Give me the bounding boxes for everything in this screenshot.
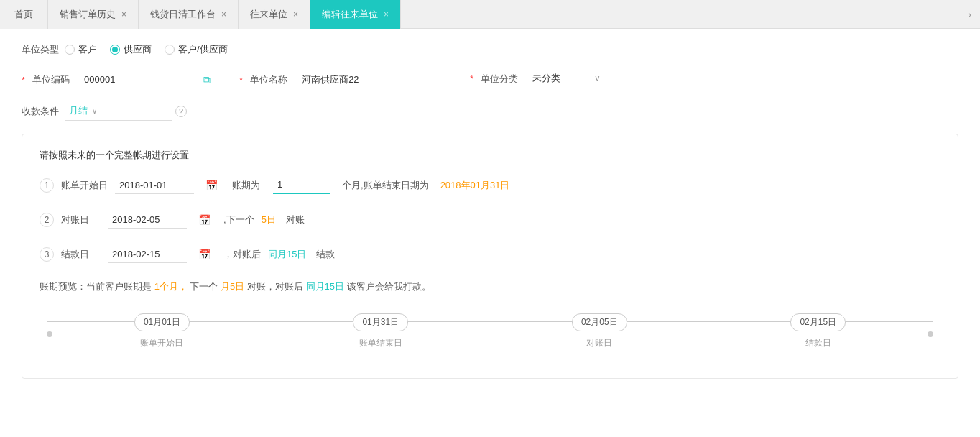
unit-name-input[interactable]: 河南供应商22 <box>297 71 441 88</box>
period-value-input[interactable] <box>273 176 330 194</box>
timeline-node-3: 02月05日 对账日 <box>572 313 627 349</box>
node-pill-3: 02月05日 <box>572 313 627 331</box>
tab-sales-history[interactable]: 销售订单历史 × <box>48 0 139 29</box>
unit-type-label: 单位类型 <box>22 43 59 56</box>
payment-date-cal-icon[interactable]: 📅 <box>198 249 211 260</box>
row-reconcile-date: 2 对账日 📅 ,下一个 5日 对账 <box>40 211 940 229</box>
timeline-node-1: 01月01日 账单开始日 <box>134 313 190 349</box>
tab-cashier-label: 钱货日清工作台 <box>150 8 216 21</box>
payment-prefix: ，对账后 <box>223 248 261 261</box>
reconcile-suffix: 对账 <box>286 213 305 226</box>
tab-overflow-arrow[interactable]: › <box>959 9 980 20</box>
reconcile-prefix: ,下一个 <box>223 213 254 226</box>
payment-highlight: 同月15日 <box>268 248 306 261</box>
tab-sales-history-close[interactable]: × <box>121 10 126 19</box>
radio-supplier-circle <box>110 45 120 55</box>
row-num-2: 2 <box>40 213 54 227</box>
tab-home[interactable]: 首页 <box>0 0 48 29</box>
payment-label: 收款条件 <box>22 105 59 118</box>
payment-value: 月结 <box>69 104 88 117</box>
row-payment-date: 3 结款日 📅 ，对账后 同月15日 结款 <box>40 246 940 263</box>
tab-edit-contact-close[interactable]: × <box>384 10 389 19</box>
row-start-date: 1 账单开始日 📅 账期为 个月,账单结束日期为 2018年01月31日 <box>40 176 940 194</box>
tab-contacts-label: 往来单位 <box>250 8 287 21</box>
timeline-node-2: 01月31日 账单结束日 <box>353 313 408 349</box>
row-num-3: 3 <box>40 247 54 262</box>
node-label-1: 账单开始日 <box>140 337 183 349</box>
node-label-3: 对账日 <box>586 337 612 349</box>
field-label-3: 结款日 <box>61 248 101 261</box>
tab-bar: 首页 销售订单历史 × 钱货日清工作台 × 往来单位 × 编辑往来单位 × › <box>0 0 980 29</box>
payment-date-input[interactable] <box>108 246 187 263</box>
node-label-2: 账单结束日 <box>359 337 402 349</box>
payment-select[interactable]: 月结 ∨ <box>65 101 172 121</box>
radio-customer-label: 客户 <box>78 43 97 56</box>
unit-type-row: 单位类型 客户 供应商 客户/供应商 <box>22 43 958 56</box>
preview-highlight3: 同月15日 <box>306 281 344 292</box>
tab-cashier-close[interactable]: × <box>221 10 226 19</box>
section-title: 请按照未来的一个完整帐期进行设置 <box>40 149 940 162</box>
period-suffix: 个月,账单结束日期为 <box>342 179 429 192</box>
start-date-cal-icon[interactable]: 📅 <box>205 180 218 191</box>
preview-middle2: 对账，对账后 <box>247 281 303 292</box>
timeline-start-dot <box>47 331 52 337</box>
reconcile-date-input[interactable] <box>108 211 187 229</box>
timeline-container: 01月01日 账单开始日 01月31日 账单结束日 02月05日 对账日 02月… <box>40 306 940 364</box>
main-content: 单位类型 客户 供应商 客户/供应商 * 单位编码 000001 ⧉ * <box>0 29 980 437</box>
preview-highlight1: 1个月， <box>154 281 188 292</box>
payment-suffix: 结款 <box>316 248 335 261</box>
preview-suffix: 该客户会给我打款。 <box>347 281 431 292</box>
unit-category-field: * 单位分类 未分类 ∨ <box>470 69 657 88</box>
radio-both-circle <box>165 45 175 55</box>
preview-highlight2: 月5日 <box>221 281 244 292</box>
node-label-4: 结款日 <box>805 337 831 349</box>
unit-name-field: * 单位名称 河南供应商22 <box>239 71 441 88</box>
payment-chevron: ∨ <box>92 107 97 115</box>
unit-category-chevron: ∨ <box>594 73 601 83</box>
unit-code-input[interactable]: 000001 <box>80 71 195 88</box>
unit-info-row: * 单位编码 000001 ⧉ * 单位名称 河南供应商22 * 单位分类 未分… <box>22 69 958 88</box>
tab-sales-history-label: 销售订单历史 <box>60 8 116 21</box>
preview-middle1: 下一个 <box>190 281 218 292</box>
period-section: 请按照未来的一个完整帐期进行设置 1 账单开始日 📅 账期为 个月,账单结束日期… <box>22 134 958 379</box>
timeline-end-dot <box>928 331 933 337</box>
radio-customer[interactable]: 客户 <box>65 43 97 56</box>
unit-code-field: * 单位编码 000001 ⧉ <box>22 71 211 88</box>
start-date-input[interactable] <box>115 177 194 194</box>
node-pill-2: 01月31日 <box>353 313 408 331</box>
period-mid-text: 账期为 <box>232 179 260 192</box>
tab-contacts-close[interactable]: × <box>293 10 298 19</box>
reconcile-highlight: 5日 <box>262 213 276 226</box>
node-pill-4: 02月15日 <box>790 313 846 331</box>
row-num-1: 1 <box>40 178 54 193</box>
radio-customer-circle <box>65 45 75 55</box>
timeline-nodes: 01月01日 账单开始日 01月31日 账单结束日 02月05日 对账日 02月… <box>52 313 928 349</box>
unit-type-radio-group: 客户 供应商 客户/供应商 <box>65 43 228 56</box>
preview-prefix: 账期预览：当前客户账期是 <box>40 281 152 292</box>
unit-code-label: 单位编码 <box>32 73 70 86</box>
payment-row: 收款条件 月结 ∨ ? <box>22 101 958 121</box>
preview-text: 账期预览：当前客户账期是 1个月， 下一个 月5日 对账，对账后 同月15日 该… <box>40 280 940 293</box>
radio-both-label: 客户/供应商 <box>178 43 228 56</box>
tab-cashier[interactable]: 钱货日清工作台 × <box>139 0 239 29</box>
unit-category-label: 单位分类 <box>481 73 518 86</box>
period-end-date: 2018年01月31日 <box>440 179 510 192</box>
field-label-2: 对账日 <box>61 213 101 226</box>
tab-home-label: 首页 <box>14 8 33 21</box>
tab-edit-contact[interactable]: 编辑往来单位 × <box>310 0 401 29</box>
radio-supplier-label: 供应商 <box>124 43 152 56</box>
tab-edit-contact-label: 编辑往来单位 <box>322 8 378 21</box>
timeline: 01月01日 账单开始日 01月31日 账单结束日 02月05日 对账日 02月… <box>47 313 933 349</box>
node-pill-1: 01月01日 <box>134 313 190 331</box>
radio-supplier[interactable]: 供应商 <box>110 43 152 56</box>
timeline-node-4: 02月15日 结款日 <box>790 313 846 349</box>
unit-name-label: 单位名称 <box>250 73 287 86</box>
reconcile-date-cal-icon[interactable]: 📅 <box>198 214 211 226</box>
radio-both[interactable]: 客户/供应商 <box>165 43 228 56</box>
tab-contacts[interactable]: 往来单位 × <box>239 0 310 29</box>
unit-category-dropdown[interactable]: 未分类 ∨ <box>528 69 657 88</box>
unit-category-value: 未分类 <box>532 72 590 85</box>
payment-help-icon[interactable]: ? <box>175 106 187 117</box>
field-label-1: 账单开始日 <box>61 179 108 192</box>
code-copy-icon[interactable]: ⧉ <box>203 74 211 86</box>
